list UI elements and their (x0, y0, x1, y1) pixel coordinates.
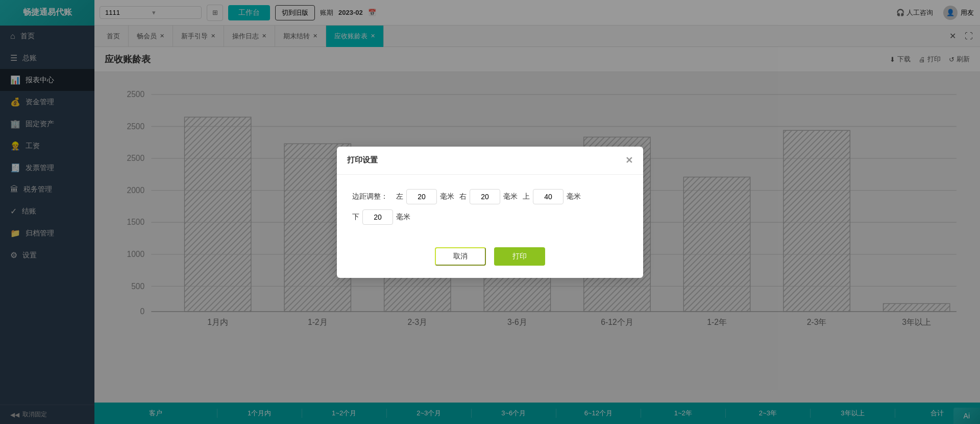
left-unit: 毫米 (440, 192, 454, 201)
close-dialog-button[interactable]: ✕ (625, 155, 633, 166)
left-label: 左 (396, 192, 403, 201)
left-margin-input[interactable] (406, 189, 437, 204)
right-margin-group: 右 毫米 (459, 189, 518, 204)
right-label: 右 (459, 192, 467, 201)
bottom-unit: 毫米 (396, 213, 410, 222)
left-margin-group: 左 毫米 (396, 189, 454, 204)
margin-label: 边距调整： (352, 192, 388, 201)
print-dialog: 打印设置 ✕ 边距调整： 左 毫米 右 毫米 上 毫米 (337, 147, 643, 278)
cancel-button[interactable]: 取消 (435, 247, 486, 266)
modal-header: 打印设置 ✕ (337, 147, 643, 175)
right-margin-input[interactable] (470, 189, 500, 204)
bottom-label: 下 (352, 213, 359, 222)
modal-footer: 取消 打印 (337, 239, 643, 278)
top-unit: 毫米 (567, 192, 581, 201)
bottom-margin-group: 下 毫米 (352, 209, 410, 225)
modal-body: 边距调整： 左 毫米 右 毫米 上 毫米 下 (337, 175, 643, 239)
top-margin-group: 上 毫米 (523, 189, 581, 204)
modal-overlay: 打印设置 ✕ 边距调整： 左 毫米 右 毫米 上 毫米 (0, 0, 980, 424)
right-unit: 毫米 (503, 192, 518, 201)
dialog-title: 打印设置 (347, 155, 378, 165)
bottom-margin-input[interactable] (362, 209, 393, 225)
top-margin-input[interactable] (533, 189, 564, 204)
confirm-print-button[interactable]: 打印 (494, 247, 545, 266)
margin-row: 边距调整： 左 毫米 右 毫米 上 毫米 下 (352, 189, 628, 225)
top-label: 上 (523, 192, 530, 201)
